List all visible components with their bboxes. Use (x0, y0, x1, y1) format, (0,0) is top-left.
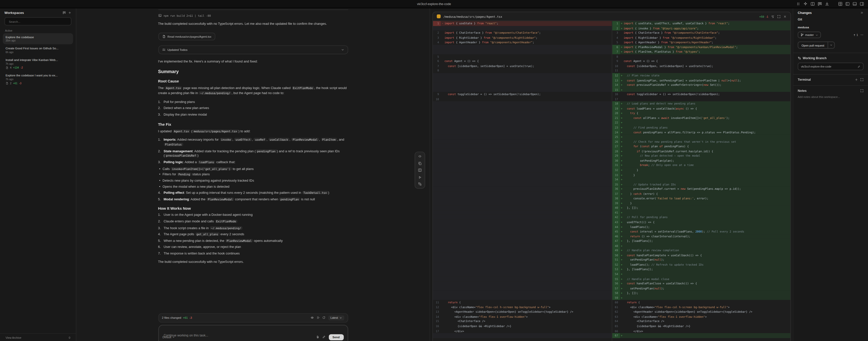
diff-marker (441, 49, 444, 54)
diff-line: 63 <div className="flex flex-1 overflow-… (612, 314, 790, 319)
divider (793, 53, 868, 53)
workspace-item[interactable]: Explore the codebase I want you to ex...… (3, 71, 73, 87)
diff-marker: + (620, 267, 624, 272)
refresh-icon[interactable] (322, 316, 326, 319)
mode-dropdown[interactable]: Default (162, 335, 175, 339)
latest-dropdown[interactable]: Latest (328, 315, 344, 320)
expand-notes-icon[interactable] (860, 89, 863, 92)
diff-line (433, 163, 611, 168)
expand-terminal-icon[interactable] (860, 78, 863, 81)
diff-new-pane[interactable]: 1+import { useState, useEffect, useRef, … (612, 21, 790, 341)
diff-marker (441, 140, 444, 144)
diff-line: 5import { AgentHeader } from "@/componen… (612, 40, 790, 45)
line-number: 3 (433, 35, 441, 40)
file-read-pill[interactable]: Read medusa/src/pages/Agent.tsx (158, 32, 215, 40)
bullet-item: •Filters for Pending status plans (159, 172, 348, 177)
todos-box[interactable]: Updated Todos (158, 45, 348, 54)
numbered-list: 1.Imports: Added necessary imports for i… (158, 137, 348, 202)
columns-icon[interactable] (418, 168, 422, 172)
collapse-panel-icon[interactable] (860, 11, 863, 14)
expand-icon[interactable] (777, 15, 780, 18)
code-text: const [sidebarOpen, setSidebarOpen] = us… (624, 63, 790, 68)
code-text: import { invoke } from "@tauri-apps/api/… (624, 26, 790, 31)
edit-branch-icon[interactable] (857, 65, 860, 68)
diff-marker (441, 120, 444, 125)
pr-dropdown-segment[interactable] (828, 42, 834, 48)
code-text (445, 201, 612, 206)
code-text (445, 215, 612, 220)
list-marker: 4. (158, 190, 162, 195)
branch-selector[interactable]: master (798, 32, 821, 38)
divider (793, 85, 868, 86)
download-icon[interactable] (825, 2, 829, 6)
files-changed-bar[interactable]: 2 files changed +61 -3 Latest (158, 313, 348, 322)
notes-section-header[interactable]: Notes (798, 89, 863, 92)
diff-line: 58+ }, []); (612, 291, 790, 296)
kanban-icon[interactable] (63, 11, 66, 14)
diff-marker (441, 177, 444, 182)
line-number: 11 (612, 68, 620, 73)
diff-line (433, 210, 611, 215)
line-number: 48 (612, 243, 620, 248)
grid-icon[interactable] (838, 2, 843, 6)
more-options-icon[interactable] (860, 33, 863, 36)
terminal-section-header[interactable]: Terminal (798, 78, 863, 81)
diff-marker: + (620, 220, 624, 224)
new-terminal-icon[interactable] (855, 78, 858, 81)
code-text: try { (624, 111, 790, 116)
diff-line (433, 78, 611, 83)
diff-marker: + (620, 281, 624, 286)
view-archive-link[interactable]: View Archive (6, 336, 21, 339)
pause-icon[interactable] (796, 2, 801, 6)
workspace-item[interactable]: Install and integrate Vibe Kanban Web...… (3, 56, 73, 71)
main-layout: Workspaces Active Explore the codebase35… (0, 8, 868, 341)
panel-left-icon[interactable] (845, 2, 850, 6)
eye-icon[interactable] (311, 316, 314, 319)
line-number (433, 224, 441, 229)
wrap-icon[interactable] (771, 15, 774, 18)
panel-bottom-icon[interactable] (852, 2, 857, 6)
workspace-item[interactable]: Create Good First Issues on Github So...… (3, 45, 73, 56)
paperclip-icon[interactable] (316, 335, 319, 339)
send-button[interactable]: Send (329, 334, 343, 340)
diff-icon[interactable] (317, 316, 320, 319)
chat-scroll-area[interactable]: npm run build 2>&1 | tail -80The build c… (76, 8, 430, 313)
chevron-down-icon (339, 316, 342, 319)
git-section-label: Git (798, 18, 863, 21)
message-composer[interactable]: Default Send (158, 324, 348, 341)
line-number (433, 229, 441, 234)
chevdown-icon[interactable] (341, 48, 344, 51)
bold-text: State management (163, 149, 193, 153)
line-number (433, 206, 441, 210)
open-pull-request-button[interactable]: Open pull request (798, 41, 835, 49)
line-number: 1 (433, 21, 441, 26)
code-text (445, 281, 612, 286)
collapse-icon[interactable] (418, 154, 422, 158)
code-text: return ( (445, 300, 612, 305)
workspace-item[interactable]: Explore the codebase35m ago (3, 33, 73, 44)
tool-call-row[interactable]: npm run build 2>&1 | tail -80 (158, 14, 348, 17)
copy-icon[interactable] (418, 161, 422, 165)
sparkle-icon[interactable] (803, 2, 808, 6)
inline-code: medusa/src/pages/Agent.tsx (192, 129, 238, 132)
working-branch-field[interactable]: vk/3ccf-explore-the-code (798, 62, 863, 70)
close-icon[interactable] (783, 15, 786, 18)
diff-old-pane[interactable]: 1-import { useState } from "react";2impo… (433, 21, 611, 341)
diff-added-count: +59 (759, 15, 764, 18)
play-icon[interactable] (418, 175, 422, 179)
workspace-search[interactable] (5, 17, 72, 26)
line-number: 39 (612, 201, 620, 206)
line-number: 25 (612, 134, 620, 140)
diff-marker (441, 78, 444, 83)
columns-icon[interactable] (811, 2, 815, 6)
diff-line (433, 229, 611, 234)
plus-icon[interactable] (68, 11, 71, 14)
diff-line: 31+ break; // Only open one at a time (612, 163, 790, 168)
pen-icon[interactable] (322, 335, 325, 339)
list-item: 4.Polling effect: Set up a polling inter… (158, 190, 348, 195)
notes-placeholder[interactable]: Add notes about this workspace... (798, 95, 863, 98)
kanban-icon[interactable] (818, 2, 822, 6)
compare-icon[interactable] (418, 182, 422, 186)
panel-right-icon[interactable] (860, 2, 864, 6)
search-input[interactable] (8, 19, 68, 24)
